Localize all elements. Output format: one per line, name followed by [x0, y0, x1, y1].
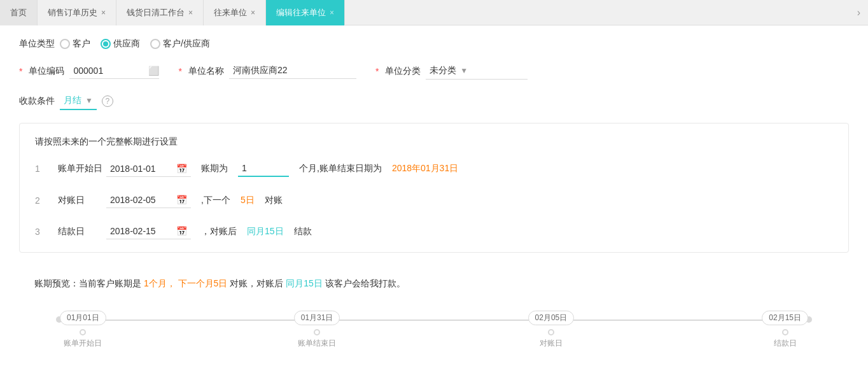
tab-cash-work-label: 钱货日清工作台 — [127, 7, 185, 18]
timeline-label-1: 账单开始日 — [64, 338, 102, 349]
unit-type-group: 单位类型 客户 供应商 客户/供应商 — [19, 38, 210, 50]
unit-category-value: 未分类 — [430, 65, 456, 76]
radio-supplier-label: 供应商 — [113, 38, 140, 50]
timeline-badge-2: 01月31日 — [294, 311, 340, 325]
calendar-icon-3[interactable]: 📅 — [176, 226, 187, 236]
period-label-3: 结款日 — [58, 226, 96, 237]
radio-customer-label: 客户 — [73, 38, 90, 50]
collect-condition-select[interactable]: 月结 ▼ — [60, 92, 97, 110]
tab-home-label: 首页 — [10, 7, 27, 18]
tab-edit-counterpart-label: 编辑往来单位 — [276, 7, 326, 18]
unit-category-label: 单位分类 — [385, 66, 421, 77]
unit-category-required: * — [375, 66, 379, 76]
timeline-point-1: 01月01日 账单开始日 — [60, 311, 106, 349]
timeline-dot-2 — [314, 329, 320, 335]
unit-code-required: * — [19, 66, 22, 76]
radio-both-label: 客户/供应商 — [163, 38, 210, 50]
period-highlight-2: 5日 — [241, 195, 255, 206]
collect-condition-label: 收款条件 — [19, 95, 55, 107]
unit-type-row: 单位类型 客户 供应商 客户/供应商 — [19, 38, 849, 50]
radio-supplier[interactable]: 供应商 — [101, 38, 140, 50]
timeline-point-4: 02月15日 结款日 — [762, 311, 808, 349]
unit-category-arrow-icon: ▼ — [460, 66, 468, 75]
period-card: 请按照未来的一个完整帐期进行设置 1 账单开始日 📅 账期为 个月,账单结束日期… — [19, 123, 849, 253]
collect-condition-arrow-icon: ▼ — [85, 96, 93, 105]
period-label-2: 对账日 — [58, 195, 96, 206]
period-month-input[interactable] — [238, 160, 289, 177]
period-row-1: 1 账单开始日 📅 账期为 个月,账单结束日期为 2018年01月31日 — [35, 160, 833, 177]
radio-both[interactable]: 客户/供应商 — [150, 38, 210, 50]
period-prefix-2: ,下一个 — [201, 195, 230, 206]
tab-sales-order-label: 销售订单历史 — [48, 7, 97, 18]
timeline-badge-4: 02月15日 — [762, 311, 808, 325]
radio-supplier-circle — [101, 39, 111, 49]
close-sales-order-icon[interactable]: × — [101, 8, 106, 17]
period-row-2: 2 对账日 📅 ,下一个 5日 对账 — [35, 192, 833, 208]
preview-label: 账期预览：当前客户账期是 — [34, 278, 141, 288]
radio-both-circle — [150, 39, 160, 49]
preview-end: 该客户会给我打款。 — [325, 278, 405, 288]
unit-code-group: * 单位编码 ⬜ — [19, 63, 159, 79]
tab-sales-order[interactable]: 销售订单历史 × — [38, 0, 116, 25]
period-num-3: 3 — [35, 227, 48, 237]
period-highlight-3: 同月15日 — [247, 226, 284, 237]
tab-home[interactable]: 首页 — [0, 0, 38, 25]
period-date-input-1[interactable] — [110, 164, 174, 174]
period-date-input-3[interactable] — [110, 226, 174, 236]
unit-info-row: * 单位编码 ⬜ * 单位名称 * 单位分类 未分类 ▼ — [19, 62, 849, 80]
unit-name-label: 单位名称 — [188, 66, 224, 77]
period-month-unit: 个月,账单结束日期为 — [299, 163, 382, 174]
preview-part2: 下一个月5日 — [178, 278, 228, 288]
radio-customer-circle — [60, 39, 70, 49]
period-prefix-3: ，对账后 — [201, 226, 237, 237]
timeline-point-3: 02月05日 对账日 — [528, 311, 575, 349]
timeline-container: 01月01日 账单开始日 01月31日 账单结束日 02月05日 对账日 02月… — [34, 311, 834, 349]
close-counterpart-icon[interactable]: × — [251, 8, 255, 17]
period-card-title: 请按照未来的一个完整帐期进行设置 — [35, 136, 833, 148]
tab-bar: 首页 销售订单历史 × 钱货日清工作台 × 往来单位 × 编辑往来单位 × › — [0, 0, 868, 25]
timeline-points: 01月01日 账单开始日 01月31日 账单结束日 02月05日 对账日 02月… — [60, 311, 808, 349]
unit-name-group: * 单位名称 — [178, 63, 356, 79]
preview-text: 账期预览：当前客户账期是 1个月， 下一个月5日 对账，对账后 同月15日 该客… — [34, 276, 834, 292]
timeline-badge-1: 01月01日 — [60, 311, 106, 325]
period-num-2: 2 — [35, 195, 48, 206]
unit-code-input[interactable] — [69, 63, 146, 78]
timeline-label-2: 账单结束日 — [298, 338, 336, 349]
collect-condition-row: 收款条件 月结 ▼ ? — [19, 92, 849, 110]
tab-edit-counterpart[interactable]: 编辑往来单位 × — [266, 0, 345, 25]
period-suffix-1: 账期为 — [201, 163, 228, 174]
timeline-dot-4 — [782, 329, 788, 335]
timeline-dot-3 — [548, 329, 554, 335]
period-num-1: 1 — [35, 164, 48, 174]
timeline-point-2: 01月31日 账单结束日 — [294, 311, 340, 349]
unit-type-label: 单位类型 — [19, 38, 55, 50]
period-date-2: 📅 — [106, 192, 191, 208]
radio-customer[interactable]: 客户 — [60, 38, 90, 50]
collect-help-icon[interactable]: ? — [102, 95, 113, 107]
period-date-1: 📅 — [106, 161, 191, 177]
period-date-input-2[interactable] — [110, 195, 174, 205]
calendar-icon-1[interactable]: 📅 — [176, 164, 187, 174]
tab-cash-work[interactable]: 钱货日清工作台 × — [116, 0, 204, 25]
period-label-1: 账单开始日 — [58, 163, 96, 174]
main-content: 单位类型 客户 供应商 客户/供应商 * 单位编码 — [0, 25, 868, 387]
preview-part3: 同月15日 — [286, 278, 323, 288]
preview-section: 账期预览：当前客户账期是 1个月， 下一个月5日 对账，对账后 同月15日 该客… — [19, 265, 849, 359]
preview-part1: 1个月， — [144, 278, 176, 288]
period-date-3: 📅 — [106, 223, 191, 239]
tab-more-button[interactable]: › — [850, 7, 868, 18]
tab-counterpart[interactable]: 往来单位 × — [204, 0, 266, 25]
unit-name-input[interactable] — [229, 63, 356, 79]
calendar-icon-2[interactable]: 📅 — [176, 195, 187, 205]
preview-mid: 对账，对账后 — [230, 278, 283, 288]
close-cash-work-icon[interactable]: × — [188, 8, 193, 17]
unit-code-copy-icon[interactable]: ⬜ — [148, 66, 159, 76]
unit-code-input-wrapper: ⬜ — [69, 63, 159, 79]
radio-group-unit-type: 客户 供应商 客户/供应商 — [60, 38, 210, 50]
unit-category-select[interactable]: 未分类 ▼ — [426, 62, 528, 80]
close-edit-counterpart-icon[interactable]: × — [330, 8, 334, 17]
tab-counterpart-label: 往来单位 — [214, 7, 247, 18]
collect-condition-value: 月结 — [64, 95, 81, 106]
period-end-date-highlight: 2018年01月31日 — [392, 163, 458, 174]
period-suffix-3: 结款 — [294, 226, 312, 237]
